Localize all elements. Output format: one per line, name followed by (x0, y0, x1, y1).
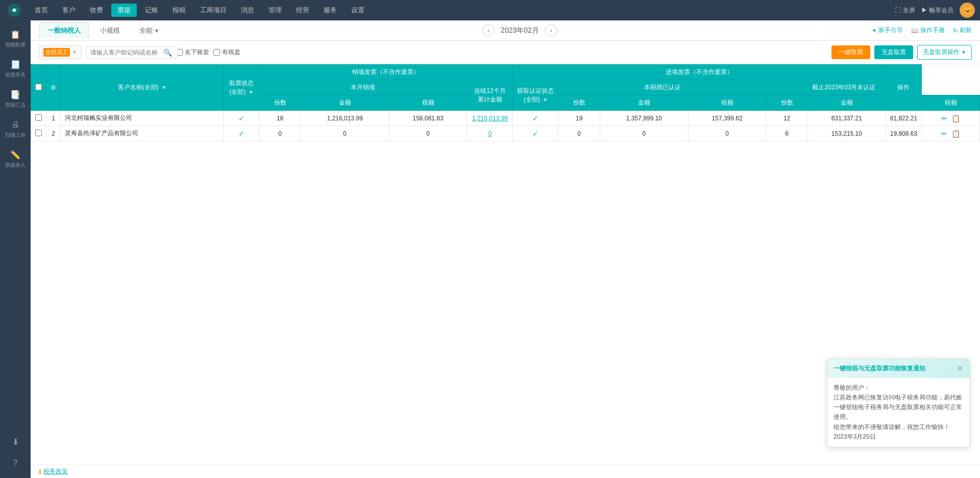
row-pur-cert-tax-1: 0 (688, 126, 766, 141)
tab-right-actions: ✦ 新手引导 📖 操作手册 ↻ 刷新 (872, 26, 972, 35)
employee-tag: 全部员工 (43, 48, 70, 57)
scan-upload-icon: 🖨 (10, 119, 21, 130)
auth-status-filter-icon: ▼ (543, 97, 548, 103)
nav-invoice[interactable]: 票据 (111, 4, 137, 17)
nav-home[interactable]: 首页 (29, 4, 54, 17)
row-sales-tax-0: 158,081.83 (389, 111, 467, 126)
tax-policy-link[interactable]: 税务政策 (43, 467, 68, 476)
no-disk-ops-btn[interactable]: 无盘取票操作 ▼ (917, 45, 972, 60)
search-btn[interactable]: 🔍 (163, 48, 172, 57)
no-disk-ops-chevron: ▼ (961, 49, 966, 55)
row-pur-cert-count-0: 19 (558, 111, 600, 126)
nav-operation[interactable]: 经营 (290, 4, 315, 17)
sidebar-download[interactable]: ⬇ (8, 432, 23, 451)
sidebar-help[interactable]: ? (8, 454, 23, 473)
avatar[interactable]: 🐱 (960, 3, 975, 18)
select-all-checkbox[interactable] (35, 84, 42, 90)
row-index-0: 1 (46, 111, 61, 126)
sidebar-item-invoice-open[interactable]: 🧾 发票开具 (0, 55, 31, 83)
row-customer-0: 河北柯瑞枫实业有限公司 (61, 111, 224, 126)
row-customer-1: 灵寿县尚泽矿产品有限公司 (61, 126, 224, 141)
row-sales-count-0: 18 (259, 111, 301, 126)
employee-select-chevron: ▼ (72, 49, 77, 55)
logo (5, 1, 23, 19)
no-disk-fetch-btn[interactable]: 无盘取票 (874, 45, 913, 59)
checkbox-own-accounts[interactable]: 名下账套 (176, 48, 209, 57)
new-guide-btn[interactable]: ✦ 新手引导 (872, 26, 903, 35)
col-settings-header: ⚙ (46, 65, 61, 111)
nav-service[interactable]: 服务 (317, 4, 343, 17)
col-pur-uncert-tax: 税额 (922, 95, 980, 111)
download-icon: ⬇ (10, 436, 21, 447)
tab-general-taxpayer[interactable]: 一般纳税人 (39, 22, 89, 38)
row-pur-cert-amount-1: 0 (600, 126, 688, 141)
row-check-1[interactable] (35, 130, 42, 136)
prev-period-btn[interactable]: ‹ (482, 24, 495, 37)
row-auth-status-1: ✓ (513, 126, 558, 141)
row-checkbox-0[interactable] (31, 111, 46, 126)
col-sales-amount: 金额 (301, 95, 389, 111)
sidebar-label-invoice-open: 发票开具 (5, 71, 26, 79)
toolbar: 全部员工 ▼ 🔍 名下账套 有税盘 一键取票 无盘取票 无盘取票操作 ▼ (31, 41, 980, 64)
row-actions-0: ✏ 📋 (922, 111, 980, 126)
nav-customer[interactable]: 客户 (56, 4, 82, 17)
main-table: ⚙ 客户名称(全部) ▼ 取票状态(全部) ▼ 销项发票（不含作废票） 进项发票… (31, 64, 980, 141)
col-pur-uncert-amount: 金额 (807, 95, 886, 111)
fullscreen-btn[interactable]: ⛶ 全屏 (895, 6, 915, 15)
notification-body: 尊敬的用户： 江苏政务网已恢复访问电子税务局功能，易代账一键登陆电子税务局与无盘… (827, 378, 969, 447)
tab-small-scale[interactable]: 小规模 (91, 22, 129, 38)
tab-all-chevron: ▼ (154, 28, 159, 34)
table-row: 2 灵寿县尚泽矿产品有限公司 ✓ 0 0 0 0 ✓ 0 0 0 6 153,2… (31, 126, 980, 141)
period-label: 2023年02月 (501, 26, 539, 35)
table-row: 1 河北柯瑞枫实业有限公司 ✓ 18 1,216,013.99 158,081.… (31, 111, 980, 126)
search-container: 🔍 (86, 46, 172, 59)
one-key-fetch-btn[interactable]: 一键取票 (831, 45, 870, 59)
help-icon: ? (10, 458, 21, 469)
checkbox-tax-disk-input[interactable] (213, 49, 220, 56)
nav-message[interactable]: 消息 (235, 4, 260, 17)
nav-bookkeeping[interactable]: 记账 (139, 4, 164, 17)
detail-icon-1[interactable]: 📋 (951, 130, 960, 138)
row-pur-cert-amount-0: 1,357,999.10 (600, 111, 688, 126)
row-cumulative-1[interactable]: 0 (467, 126, 513, 141)
row-index-1: 2 (46, 126, 61, 141)
row-checkbox-1[interactable] (31, 126, 46, 141)
col-purchase-group-header: 进项发票（不含作废票） (513, 65, 886, 80)
edit-icon-1[interactable]: ✏ (941, 130, 947, 138)
nav-settings[interactable]: 设置 (345, 4, 371, 17)
sidebar-item-invoice-entry[interactable]: ✏️ 票据录入 (0, 145, 31, 173)
edit-icon-0[interactable]: ✏ (941, 114, 947, 122)
employee-select[interactable]: 全部员工 ▼ (39, 45, 82, 59)
member-btn[interactable]: ▶ 畅享会员 (921, 6, 953, 15)
checkbox-tax-disk[interactable]: 有税盘 (213, 48, 240, 57)
refresh-btn[interactable]: ↻ 刷新 (953, 26, 972, 35)
col-pur-uncert-count: 份数 (766, 95, 807, 111)
col-sales-month-header: 本月销项 (259, 80, 467, 95)
col-pur-cert-amount: 金额 (600, 95, 688, 111)
toolbar-right: 一键取票 无盘取票 无盘取票操作 ▼ (831, 45, 972, 60)
row-actions-1: ✏ 📋 (922, 126, 980, 141)
nav-business[interactable]: 工商项目 (194, 4, 233, 17)
sidebar-item-scan-upload[interactable]: 🖨 扫描上传 (0, 115, 31, 143)
sidebar-item-invoice-summary[interactable]: 📑 票据汇总 (0, 85, 31, 113)
invoice-open-icon: 🧾 (10, 59, 21, 70)
nav-tax[interactable]: 报税 (166, 4, 192, 17)
next-period-btn[interactable]: › (545, 24, 557, 37)
tab-all[interactable]: 全能 ▼ (131, 22, 168, 38)
detail-icon-0[interactable]: 📋 (951, 114, 960, 122)
nav-manage[interactable]: 管理 (262, 4, 288, 17)
col-pur-cert-count: 份数 (558, 95, 600, 111)
nav-fee[interactable]: 收费 (84, 4, 109, 17)
col-customer-header: 客户名称(全部) ▼ (61, 65, 224, 111)
manual-btn[interactable]: 📖 操作手册 (911, 26, 945, 35)
sidebar-item-smart-fetch[interactable]: 📋 智能取票 (0, 24, 31, 53)
sidebar-label-scan-upload: 扫描上传 (5, 132, 26, 139)
notification-close-btn[interactable]: ✕ (957, 364, 963, 372)
row-check-0[interactable] (35, 114, 42, 121)
sidebar-label-invoice-entry: 票据录入 (5, 162, 26, 169)
tax-policy-icon: ℹ (39, 468, 41, 475)
notification-title: 一键报税与无盘取票功能恢复通知 (834, 364, 925, 373)
row-cumulative-0[interactable]: 1,216,013.99 (467, 111, 513, 126)
invoice-summary-icon: 📑 (10, 89, 21, 100)
row-pur-uncert-tax-1: 19,808.63 (886, 126, 921, 141)
